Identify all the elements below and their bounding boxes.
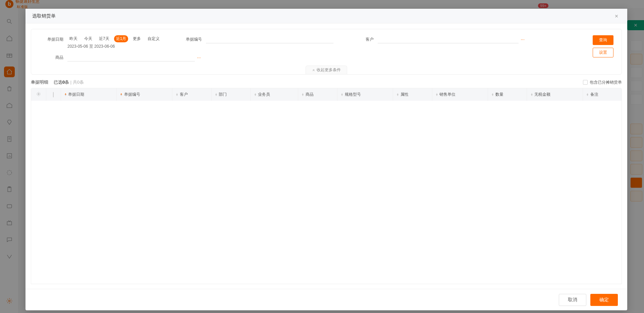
- col-label: 数量: [495, 92, 503, 97]
- select-all-header[interactable]: [46, 88, 61, 101]
- col-amount[interactable]: ▲▼无税金额: [527, 88, 583, 101]
- col-label: 单据编号: [124, 92, 140, 97]
- column-settings-header[interactable]: [31, 88, 46, 101]
- date-option-4[interactable]: 更多: [131, 35, 143, 42]
- search-button[interactable]: 查询: [593, 35, 613, 45]
- select-all-checkbox[interactable]: [53, 92, 54, 97]
- col-spec[interactable]: ▲▼规格型号: [337, 88, 393, 101]
- date-from: 2023-05-06: [67, 44, 88, 49]
- close-icon: [614, 14, 619, 18]
- col-remark[interactable]: ▲▼备注: [583, 88, 622, 101]
- product-more-icon[interactable]: ···: [197, 55, 201, 60]
- col-customer[interactable]: ▲▼客户: [172, 88, 211, 101]
- filter-product: 商品 ···: [39, 53, 201, 61]
- modal-close-button[interactable]: [612, 12, 621, 20]
- modal-title: 选取销货单: [32, 13, 56, 19]
- filter-date: 单据日期 昨天今天近7天近1月更多自定义 2023-05-06 至 2023-0…: [39, 35, 162, 49]
- selected-count: 已选0条 | 共0条: [54, 79, 84, 85]
- col-attr[interactable]: ▲▼属性: [393, 88, 432, 101]
- col-label: 商品: [306, 92, 314, 97]
- filter-settings-button[interactable]: 设置: [593, 48, 613, 57]
- col-staff[interactable]: ▲▼业务员: [251, 88, 298, 101]
- modal-footer: 取消 确定: [25, 289, 627, 310]
- ok-button[interactable]: 确定: [590, 294, 618, 306]
- horizontal-scrollbar[interactable]: [31, 284, 622, 289]
- sort-icon: ▲▼: [491, 93, 494, 96]
- date-option-3[interactable]: 近1月: [114, 35, 128, 42]
- collapse-label: 收起更多条件: [317, 67, 341, 73]
- date-option-5[interactable]: 自定义: [146, 35, 162, 42]
- include-allocated-label: 包含已分摊销货单: [590, 80, 622, 85]
- docno-input[interactable]: [206, 35, 333, 43]
- col-label: 单据日期: [68, 92, 84, 97]
- sort-icon: ▲▼: [64, 93, 67, 96]
- col-unit[interactable]: ▲▼销售单位: [432, 88, 488, 101]
- col-label: 属性: [400, 92, 409, 97]
- date-range-display: 2023-05-06 至 2023-06-06: [67, 44, 162, 49]
- col-label: 部门: [219, 92, 227, 97]
- sort-icon: ▲▼: [176, 93, 178, 96]
- date-sep: 至: [89, 44, 93, 49]
- sort-icon: ▲▼: [254, 93, 257, 96]
- sort-icon: ▲▼: [586, 93, 589, 96]
- filter-date-label: 单据日期: [39, 35, 63, 42]
- col-date[interactable]: ▲▼单据日期: [61, 88, 116, 101]
- col-qty[interactable]: ▲▼数量: [488, 88, 527, 101]
- sort-icon: ▲▼: [530, 93, 533, 96]
- customer-more-icon[interactable]: ···: [521, 37, 525, 42]
- detail-title: 单据明细: [31, 79, 48, 85]
- filter-docno: 单据编号: [178, 35, 333, 49]
- product-input[interactable]: [67, 53, 195, 61]
- filter-product-label: 商品: [39, 53, 63, 60]
- sort-icon: ▲▼: [396, 93, 399, 96]
- date-quick-options: 昨天今天近7天近1月更多自定义: [67, 35, 162, 42]
- col-label: 规格型号: [345, 92, 361, 97]
- svg-point-10: [38, 93, 39, 95]
- sort-icon: ▲▼: [215, 93, 218, 96]
- col-label: 无税金额: [534, 92, 550, 97]
- filter-docno-label: 单据编号: [178, 35, 202, 42]
- date-to: 2023-06-06: [94, 44, 115, 49]
- filter-customer: 客户 ···: [350, 35, 525, 49]
- col-docno[interactable]: ▲▼单据编号: [116, 88, 172, 101]
- sort-icon: ▲▼: [120, 93, 123, 96]
- chevron-up-icon: [312, 69, 315, 72]
- customer-input[interactable]: [378, 35, 519, 43]
- select-sales-order-modal: 选取销货单 单据日期 昨天今天近7天近1月更多自定义 2023-05-06 至 …: [25, 9, 627, 310]
- detail-header: 单据明细 已选0条 | 共0条 包含已分摊销货单: [31, 79, 622, 85]
- cancel-button[interactable]: 取消: [559, 294, 586, 306]
- modal-header: 选取销货单: [25, 9, 627, 24]
- table-container: ▲▼单据日期▲▼单据编号▲▼客户▲▼部门▲▼业务员▲▼商品▲▼规格型号▲▼属性▲…: [31, 88, 622, 284]
- results-table: ▲▼单据日期▲▼单据编号▲▼客户▲▼部门▲▼业务员▲▼商品▲▼规格型号▲▼属性▲…: [31, 88, 622, 101]
- date-option-0[interactable]: 昨天: [67, 35, 79, 42]
- col-product[interactable]: ▲▼商品: [298, 88, 337, 101]
- modal-body: 单据日期 昨天今天近7天近1月更多自定义 2023-05-06 至 2023-0…: [25, 24, 627, 289]
- gear-icon: [36, 92, 41, 96]
- col-label: 业务员: [258, 92, 270, 97]
- filter-actions: 查询 设置: [593, 35, 613, 57]
- col-dept[interactable]: ▲▼部门: [211, 88, 251, 101]
- col-label: 备注: [590, 92, 598, 97]
- collapse-filters-button[interactable]: 收起更多条件: [306, 65, 347, 74]
- filter-panel: 单据日期 昨天今天近7天近1月更多自定义 2023-05-06 至 2023-0…: [31, 29, 622, 75]
- col-label: 客户: [180, 92, 188, 97]
- sort-icon: ▲▼: [436, 93, 438, 96]
- include-allocated-checkbox[interactable]: [583, 80, 588, 85]
- sort-icon: ▲▼: [302, 93, 304, 96]
- sort-icon: ▲▼: [341, 93, 343, 96]
- filter-customer-label: 客户: [350, 35, 374, 42]
- date-option-1[interactable]: 今天: [82, 35, 94, 42]
- col-label: 销售单位: [439, 92, 455, 97]
- date-option-2[interactable]: 近7天: [97, 35, 111, 42]
